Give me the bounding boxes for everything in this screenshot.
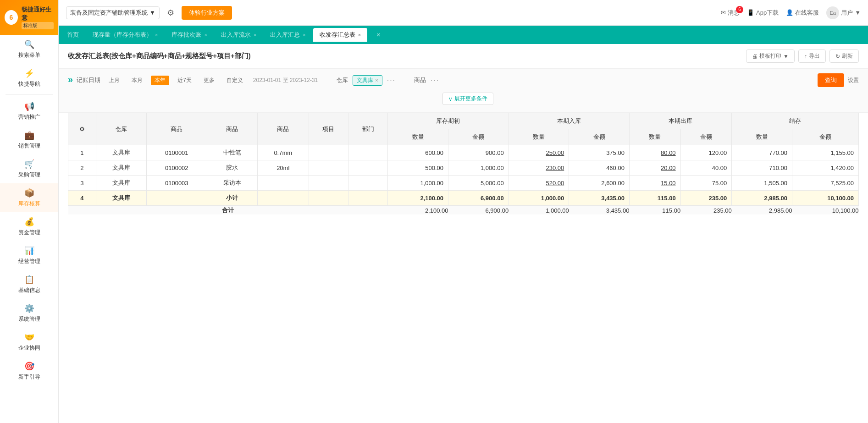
table-cell: 胶水: [207, 160, 257, 176]
th-opening-group: 库存期初: [388, 113, 509, 129]
online-service-button[interactable]: 👤 在线客服: [786, 9, 819, 17]
close-all-tabs-button[interactable]: ×: [374, 30, 383, 39]
table-cell: 文具库: [96, 191, 146, 206]
service-icon: 👤: [786, 9, 793, 16]
table-cell: 2,600.00: [569, 176, 630, 191]
settings-icon[interactable]: ⚙: [165, 6, 176, 20]
warehouse-more-button[interactable]: ···: [387, 76, 396, 84]
trial-button[interactable]: 体验行业方案: [182, 6, 232, 20]
system-icon: ⚙️: [24, 303, 34, 313]
user-menu[interactable]: Ea 用户 ▼: [826, 6, 861, 19]
print-button[interactable]: 🖨 模板打印 ▼: [746, 49, 795, 63]
table-cell: [348, 145, 387, 160]
tab-close-io-flow[interactable]: ×: [254, 32, 256, 38]
table-cell[interactable]: 115.00: [629, 191, 680, 206]
footer-bal-amt: 10,100.00: [792, 206, 858, 214]
th-goods-spec: 商品: [257, 113, 309, 145]
table-cell[interactable]: 15.00: [629, 176, 680, 191]
sidebar-item-search[interactable]: 🔍 搜索菜单: [0, 35, 58, 64]
table-cell: [309, 160, 348, 176]
date-label: 记账日期: [77, 76, 100, 84]
sidebar-item-inventory[interactable]: 📦 库存核算: [0, 183, 58, 212]
footer-in-amt: 3,435.00: [569, 206, 630, 214]
table-row: 1文具库0100001中性笔0.7mm600.00900.00250.00375…: [68, 145, 859, 160]
date-btn-last-month[interactable]: 上月: [105, 76, 123, 85]
table-cell[interactable]: 1,000.00: [509, 191, 569, 206]
sidebar-item-system[interactable]: ⚙️ 系统管理: [0, 299, 58, 328]
warehouse-filter-tag[interactable]: 文具库 ×: [353, 75, 382, 86]
table-cell[interactable]: 230.00: [509, 160, 569, 176]
refresh-button[interactable]: ↻ 刷新: [829, 49, 859, 63]
table-cell: [348, 160, 387, 176]
table-settings-header[interactable]: ⚙: [68, 113, 96, 145]
expand-more-button[interactable]: ∨ 展开更多条件: [442, 93, 493, 105]
message-icon: ✉: [721, 9, 726, 16]
th-goods-code: 商品: [146, 113, 207, 145]
th-in-amt: 金额: [569, 129, 630, 145]
table-cell: 2,985.00: [732, 191, 792, 206]
message-button[interactable]: ✉ 消息 6: [721, 9, 740, 17]
table-cell[interactable]: 80.00: [629, 145, 680, 160]
system-selector[interactable]: 装备及固定资产辅助管理系统 ▼: [66, 6, 160, 19]
data-table: ⚙ 仓库 商品 商品 商品 项目 部门 库存期初 本期入库 本期出库 结存: [68, 113, 859, 214]
tab-close-recv-send[interactable]: ×: [358, 32, 361, 38]
corp-icon: 🤝: [24, 332, 34, 342]
print-icon: 🖨: [752, 53, 757, 60]
sidebar-item-purchase[interactable]: 🛒 采购管理: [0, 154, 58, 183]
th-warehouse: 仓库: [96, 113, 146, 145]
date-btn-last-7-days[interactable]: 近7天: [174, 76, 195, 85]
biz-icon: 📊: [24, 246, 34, 256]
goods-more-button[interactable]: ···: [431, 76, 439, 84]
settings-button[interactable]: 设置: [848, 77, 859, 84]
table-cell: 3,435.00: [569, 191, 630, 206]
tab-close-batch-acct[interactable]: ×: [204, 32, 207, 38]
table-cell: [257, 191, 309, 206]
warehouse-tag-remove[interactable]: ×: [375, 77, 378, 83]
sidebar-item-fund[interactable]: 💰 资金管理: [0, 212, 58, 241]
tab-io-flow[interactable]: 出入库流水 ×: [215, 28, 263, 42]
sidebar-item-biz[interactable]: 📊 经营管理: [0, 241, 58, 270]
sidebar-item-guide[interactable]: 🎯 新手引导: [0, 357, 58, 385]
table-row: 3文具库0100003采访本1,000.005,000.00520.002,60…: [68, 176, 859, 191]
export-button[interactable]: ↑ 导出: [798, 49, 826, 63]
tab-io-summary[interactable]: 出入库汇总 ×: [264, 28, 312, 42]
app-download-button[interactable]: 📱 App下载: [747, 9, 779, 17]
sidebar-item-quick-nav[interactable]: ⚡ 快捷导航: [0, 64, 58, 93]
sidebar: 6 畅捷通好生意 标准版 🔍 搜索菜单 ⚡ 快捷导航 📢 营销推广 💼 销售管理…: [0, 0, 59, 423]
chevron-down-icon: ∨: [448, 96, 453, 102]
table-cell[interactable]: 250.00: [509, 145, 569, 160]
inventory-icon: 📦: [24, 188, 34, 198]
tab-recv-send[interactable]: 收发存汇总表 ×: [313, 28, 367, 42]
date-btn-custom[interactable]: 自定义: [223, 76, 247, 85]
table-cell: [146, 191, 207, 206]
filter-row-1: 记账日期 上月 本月 本年 近7天 更多 自定义 2023-01-01 至 20…: [77, 73, 859, 87]
table-cell: [257, 176, 309, 191]
th-project: 项目: [309, 113, 348, 145]
sales-icon: 💼: [24, 130, 34, 140]
tab-close-io-summary[interactable]: ×: [303, 32, 305, 38]
sidebar-item-corp[interactable]: 🤝 企业协同: [0, 328, 58, 357]
date-btn-more[interactable]: 更多: [200, 76, 218, 85]
sidebar-item-sales[interactable]: 💼 销售管理: [0, 126, 58, 154]
page-header: 收发存汇总表(按仓库+商品编码+商品+规格型号+项目+部门) 🖨 模板打印 ▼ …: [59, 44, 868, 69]
tab-home[interactable]: 首页: [61, 28, 85, 42]
sidebar-item-basic[interactable]: 📋 基础信息: [0, 270, 58, 299]
footer-open-amt: 6,900.00: [448, 206, 509, 214]
tab-batch-acct[interactable]: 库存批次账 ×: [165, 28, 213, 42]
date-btn-this-year[interactable]: 本年: [151, 76, 169, 85]
sidebar-item-marketing[interactable]: 📢 营销推广: [0, 97, 58, 126]
table-cell: [309, 176, 348, 191]
date-btn-this-month[interactable]: 本月: [128, 76, 146, 85]
table-cell: 20ml: [257, 160, 309, 176]
table-cell: 0100001: [146, 145, 207, 160]
th-bal-qty: 数量: [732, 129, 792, 145]
table-cell[interactable]: 20.00: [629, 160, 680, 176]
tab-stock-dist[interactable]: 现存量（库存分布表） ×: [86, 28, 164, 42]
query-button[interactable]: 查询: [818, 73, 844, 87]
filter-toggle-button[interactable]: »: [68, 74, 73, 85]
tab-close-stock-dist[interactable]: ×: [155, 32, 158, 38]
table-cell[interactable]: 520.00: [509, 176, 569, 191]
table-cell: 120.00: [680, 145, 732, 160]
table-footer-row: 合计 2,100.00 6,900.00 1,000.00 3,435.00 1…: [68, 206, 859, 214]
table-cell: [348, 191, 387, 206]
